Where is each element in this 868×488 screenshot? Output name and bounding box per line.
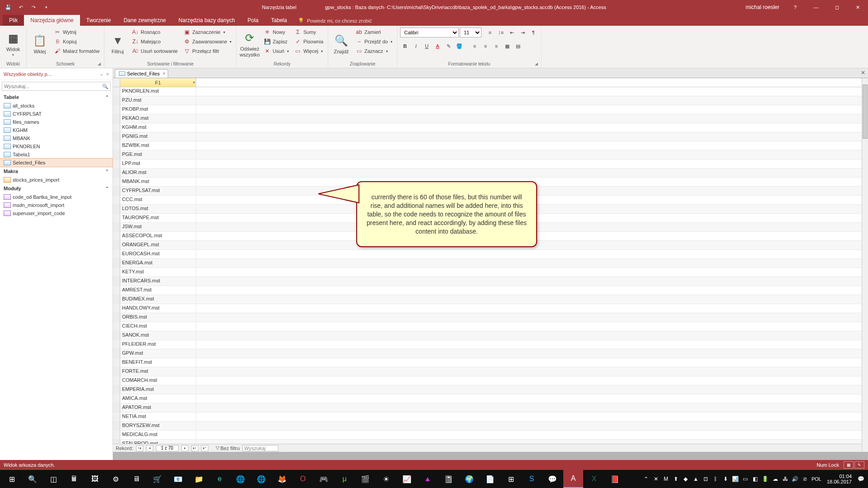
user-name[interactable]: michal roesler — [740, 4, 785, 10]
table-row[interactable]: PGNIG.mst — [113, 132, 862, 141]
tab-file[interactable]: Plik — [3, 15, 24, 26]
tray-icon[interactable]: ▭ — [742, 475, 749, 483]
cell[interactable]: GPW.mst — [120, 349, 196, 358]
cell[interactable]: CYFRPLSAT.mst — [120, 187, 196, 195]
tray-icon[interactable]: ▲ — [692, 475, 699, 483]
text-direction-icon[interactable]: ¶ — [528, 28, 538, 38]
record-position-input[interactable] — [156, 445, 179, 451]
tray-chevron-icon[interactable]: ⌃ — [642, 475, 650, 483]
cell[interactable]: EMPERIA.mst — [120, 385, 196, 394]
new-record-button[interactable]: ✳Nowy — [262, 28, 291, 37]
cell[interactable] — [196, 160, 862, 168]
cell[interactable] — [196, 259, 862, 267]
row-selector[interactable] — [113, 340, 120, 349]
scrollbar-thumb[interactable] — [863, 84, 868, 139]
highlight-button[interactable]: ✎ — [443, 41, 453, 51]
tab-create[interactable]: Tworzenie — [80, 15, 118, 26]
no-filter-indicator[interactable]: ▽Bez filtru — [216, 445, 240, 451]
close-tab-icon[interactable]: ✕ — [162, 71, 166, 76]
table-row[interactable]: PGE.mst — [113, 150, 862, 160]
table-row[interactable]: ALIOR.mst — [113, 169, 862, 178]
table-row[interactable]: EUROCASH.mst — [113, 250, 862, 259]
tab-table[interactable]: Tabela — [265, 15, 293, 26]
search-icon[interactable]: 🔍 — [100, 84, 110, 89]
taskbar-app[interactable]: ☀ — [376, 470, 396, 488]
taskbar-app[interactable]: 📓 — [439, 470, 458, 488]
cell[interactable] — [196, 96, 862, 105]
cell[interactable]: SANOK.mst — [120, 331, 196, 340]
cell[interactable]: PZU.mst — [120, 96, 196, 105]
taskbar-chrome[interactable]: 🌐 — [231, 470, 250, 488]
row-selector[interactable] — [113, 178, 120, 186]
table-row[interactable]: AMICA.mst — [113, 394, 862, 404]
table-row[interactable]: ORBIS.mst — [113, 313, 862, 322]
row-selector[interactable] — [113, 241, 120, 249]
undo-icon[interactable]: ↶ — [15, 2, 26, 13]
datasheet-view-button[interactable]: ▦ — [844, 461, 854, 469]
row-selector[interactable] — [113, 205, 120, 213]
replace-button[interactable]: abZamień — [354, 28, 394, 37]
record-search-input[interactable]: Wyszukaj — [242, 445, 278, 451]
tray-icon[interactable]: ⬆ — [672, 475, 679, 483]
table-row[interactable]: KETY.mst — [113, 268, 862, 277]
fill-color-button[interactable]: 🪣 — [454, 41, 464, 51]
cell[interactable] — [196, 422, 862, 430]
cell[interactable] — [196, 286, 862, 295]
taskbar-app[interactable]: 🎮 — [314, 470, 334, 488]
cell[interactable]: MEDICALG.mst — [120, 431, 196, 439]
cell[interactable] — [196, 331, 862, 340]
taskbar-utorrent[interactable]: μ — [335, 470, 354, 488]
tray-icon[interactable]: ⊡ — [702, 475, 709, 483]
tray-icon[interactable]: ✕ — [652, 475, 660, 483]
tray-volume-icon[interactable]: 🔊 — [792, 475, 799, 483]
row-selector[interactable] — [113, 431, 120, 439]
row-selector[interactable] — [113, 223, 120, 231]
tray-language[interactable]: POL — [811, 476, 821, 482]
cell[interactable] — [196, 277, 862, 286]
cell[interactable]: HANDLOWY.mst — [120, 304, 196, 313]
table-row[interactable]: BORYSZEW.mst — [113, 422, 862, 431]
tray-icon[interactable]: ◧ — [752, 475, 759, 483]
refresh-all-button[interactable]: ⟳ Odśwież wszystko — [239, 28, 260, 61]
minimize-icon[interactable]: — — [806, 0, 826, 14]
italic-button[interactable]: I — [411, 41, 421, 51]
numbering-icon[interactable]: ⫶≡ — [496, 28, 506, 38]
cell[interactable]: PGNIG.mst — [120, 132, 196, 141]
underline-button[interactable]: U — [422, 41, 432, 51]
cell[interactable]: TAURONPE.mst — [120, 214, 196, 222]
font-size-combo[interactable]: 11 — [460, 28, 481, 38]
row-selector[interactable] — [113, 114, 120, 123]
bullets-icon[interactable]: ≡ — [485, 28, 495, 38]
sort-desc-button[interactable]: Z↓Malejąco — [130, 37, 179, 46]
cell[interactable] — [196, 295, 862, 304]
format-painter-button[interactable]: 🖌Malarz formatów — [52, 47, 101, 56]
tray-icon[interactable]: ⬇ — [722, 475, 729, 483]
cell[interactable] — [196, 404, 862, 412]
row-selector[interactable] — [113, 304, 120, 313]
alternate-row-icon[interactable]: ▤ — [513, 41, 523, 51]
task-view-button[interactable]: ◫ — [43, 470, 63, 488]
toggle-filter-button[interactable]: ▽Przełącz filtr — [181, 47, 233, 56]
chevron-down-icon[interactable]: ⌄ — [99, 71, 104, 77]
nav-search[interactable]: 🔍 — [2, 82, 111, 91]
close-all-icon[interactable]: ✕ — [861, 70, 865, 76]
cell[interactable] — [196, 105, 862, 114]
cell[interactable]: KETY.mst — [120, 268, 196, 277]
row-selector[interactable] — [113, 160, 120, 168]
align-right-icon[interactable]: ≡ — [491, 41, 501, 51]
cell[interactable] — [196, 141, 862, 150]
taskbar-app[interactable]: 📧 — [168, 470, 188, 488]
cell[interactable] — [196, 313, 862, 322]
indent-increase-icon[interactable]: ⇥ — [518, 28, 528, 38]
copy-button[interactable]: ⎘Kopiuj — [52, 37, 101, 46]
cell[interactable]: LPP.mst — [120, 160, 196, 168]
align-center-icon[interactable]: ≡ — [481, 41, 491, 51]
row-selector[interactable] — [113, 286, 120, 295]
nav-table-item[interactable]: Tabela1 — [0, 150, 113, 159]
taskbar-app[interactable]: 📈 — [397, 470, 417, 488]
cell[interactable] — [196, 87, 862, 96]
table-row[interactable]: GPW.mst — [113, 349, 862, 358]
tray-icon[interactable]: 🔋 — [762, 475, 769, 483]
table-row[interactable]: AMREST.mst — [113, 286, 862, 295]
nav-group-tables[interactable]: Tabele⌃ — [0, 93, 113, 102]
